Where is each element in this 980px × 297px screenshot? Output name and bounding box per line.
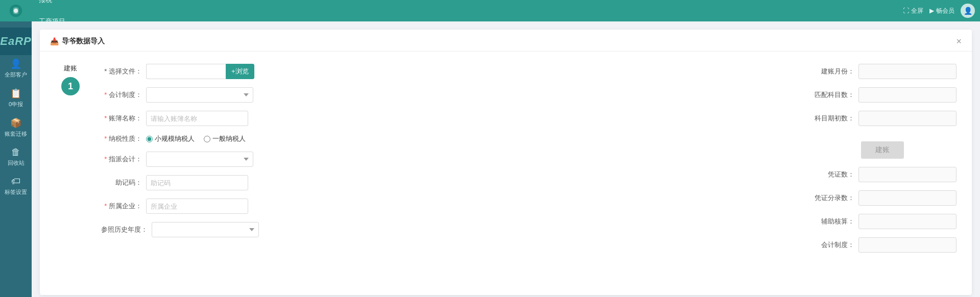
trash-icon: 🗑: [11, 147, 20, 158]
fullscreen-label: 全屏: [911, 7, 923, 15]
main-layout: EaRP 👤 全部客户 📋 0申报 📦 账套迁移 🗑 回收站 🏷 标签设置 �: [0, 21, 980, 297]
voucher-label: 凭证数：: [808, 170, 854, 179]
file-text-input[interactable]: [146, 64, 226, 79]
play-icon: ▶: [929, 7, 934, 14]
migrate-icon: 📦: [10, 117, 21, 129]
sidebar-label-recycle: 回收站: [8, 159, 25, 167]
match-accounts-value: [858, 87, 957, 103]
assign-accountant-row: 指派会计：: [101, 152, 793, 167]
fullscreen-btn[interactable]: ⛶ 全屏: [903, 7, 923, 15]
radio-general-label: 一般纳税人: [212, 134, 246, 143]
tag-icon: 🏷: [11, 176, 20, 187]
memo-code-input[interactable]: [146, 175, 248, 190]
nav-right: ⛶ 全屏 ▶ 畅会员 👤: [903, 4, 975, 18]
sidebar-item-tags[interactable]: 🏷 标签设置: [0, 172, 32, 200]
file-label: * 选择文件：: [101, 67, 142, 76]
dialog-card: 📥 导爷数据导入 × 建账 1 * 选择文件：: [40, 30, 972, 295]
accounting-system-row: 会计制度：: [101, 87, 793, 103]
sidebar-label-tags: 标签设置: [5, 188, 27, 196]
aux-calc-label: 辅助核算：: [808, 217, 854, 226]
ledger-name-input[interactable]: [146, 111, 248, 126]
tax-type-row: 纳税性质： 小规模纳税人 一般纳税人: [101, 134, 793, 143]
erp-badge: EaRP: [0, 28, 32, 55]
sidebar-label-migrate: 账套迁移: [5, 130, 27, 138]
owner-company-input[interactable]: [146, 199, 248, 214]
sidebar-item-all-customers[interactable]: 👤 全部客户: [0, 54, 32, 83]
dialog-title: 📥 导爷数据导入: [50, 37, 105, 46]
sidebar: EaRP 👤 全部客户 📋 0申报 📦 账套迁移 🗑 回收站 🏷 标签设置: [0, 21, 32, 297]
dialog-header: 📥 导爷数据导入 ×: [40, 30, 972, 52]
ref-year-select[interactable]: [152, 222, 259, 237]
period-init-label: 科目期初数：: [808, 114, 854, 123]
browse-button[interactable]: +浏览: [226, 64, 254, 79]
avatar[interactable]: 👤: [961, 4, 975, 18]
create-ledger-button[interactable]: 建账: [861, 141, 904, 159]
build-month-row: 建账月份：: [808, 64, 957, 79]
sidebar-item-migrate[interactable]: 📦 账套迁移: [0, 113, 32, 142]
step-circle: 1: [61, 77, 80, 95]
match-accounts-label: 匹配科目数：: [808, 90, 854, 100]
step-label: 建账: [64, 64, 77, 73]
voucher-entries-row: 凭证分录数：: [808, 190, 957, 206]
fullscreen-icon: ⛶: [903, 7, 909, 14]
right-accounting-system-row: 会计制度：: [808, 237, 957, 253]
ledger-name-row: 账簿名称：: [101, 111, 793, 126]
assign-accountant-select[interactable]: [146, 152, 253, 167]
voucher-row: 凭证数：: [808, 167, 957, 182]
build-month-label: 建账月份：: [808, 67, 854, 76]
right-accounting-system-value: [858, 237, 957, 253]
nav-item-报税[interactable]: 报税: [32, 0, 73, 11]
ledger-name-label: 账簿名称：: [101, 114, 142, 123]
radio-general-input[interactable]: [204, 136, 210, 142]
file-input-group: +浏览: [146, 64, 254, 79]
tax-type-radio-group: 小规模纳税人 一般纳税人: [146, 134, 246, 143]
radio-general-taxpayer[interactable]: 一般纳税人: [204, 134, 246, 143]
period-init-row: 科目期初数：: [808, 111, 957, 126]
ref-year-label: 参照历史年度：: [101, 225, 148, 234]
right-panel: 建账月份： 匹配科目数： 科目期初数： 建账: [793, 64, 957, 253]
radio-small-label: 小规模纳税人: [155, 134, 195, 143]
step-section: 建账 1: [40, 64, 101, 253]
ref-year-row: 参照历史年度：: [101, 222, 793, 237]
app-logo[interactable]: [5, 0, 27, 21]
svg-point-1: [14, 9, 18, 13]
voucher-entries-label: 凭证分录数：: [808, 193, 854, 203]
form-section: * 选择文件： +浏览 会计制度：: [101, 64, 793, 253]
file-row: * 选择文件： +浏览: [101, 64, 793, 79]
owner-company-row: 所属企业：: [101, 199, 793, 214]
memo-code-label: 助记码：: [101, 178, 142, 187]
voucher-entries-value: [858, 190, 957, 206]
sidebar-item-declare[interactable]: 📋 0申报: [0, 84, 32, 112]
close-button[interactable]: ×: [956, 37, 962, 46]
declare-icon: 📋: [10, 88, 21, 99]
sidebar-label-all-customers: 全部客户: [5, 71, 27, 79]
match-accounts-row: 匹配科目数：: [808, 87, 957, 103]
accounting-system-label: 会计制度：: [101, 90, 142, 100]
users-icon: 👤: [10, 58, 21, 69]
dialog-title-text: 导爷数据导入: [62, 37, 105, 46]
import-icon: 📥: [50, 37, 59, 45]
aux-calc-row: 辅助核算：: [808, 214, 957, 229]
nav-item-工商项目[interactable]: 工商项目: [32, 11, 73, 32]
radio-small-taxpayer[interactable]: 小规模纳税人: [146, 134, 195, 143]
owner-company-label: 所属企业：: [101, 202, 142, 211]
assign-accountant-label: 指派会计：: [101, 155, 142, 164]
vip-btn[interactable]: ▶ 畅会员: [929, 7, 954, 15]
voucher-value: [858, 167, 957, 182]
main-content: 📥 导爷数据导入 × 建账 1 * 选择文件：: [32, 21, 980, 297]
sidebar-item-recycle[interactable]: 🗑 回收站: [0, 143, 32, 171]
memo-code-row: 助记码：: [101, 175, 793, 190]
top-navigation: 首页客户收费票据new记账报税工商项目消息管理经营服务设置 ⛶ 全屏 ▶ 畅会员…: [0, 0, 980, 21]
sidebar-label-declare: 0申报: [9, 101, 23, 108]
build-month-value: [858, 64, 957, 79]
accounting-system-select[interactable]: [146, 87, 253, 103]
dialog-body: 建账 1 * 选择文件： +浏览 会计制度：: [40, 52, 972, 265]
radio-small-input[interactable]: [146, 136, 153, 142]
period-init-value: [858, 111, 957, 126]
tax-type-label: 纳税性质：: [101, 134, 142, 143]
vip-label: 畅会员: [936, 7, 954, 15]
right-accounting-system-label: 会计制度：: [808, 240, 854, 250]
aux-calc-value: [858, 214, 957, 229]
